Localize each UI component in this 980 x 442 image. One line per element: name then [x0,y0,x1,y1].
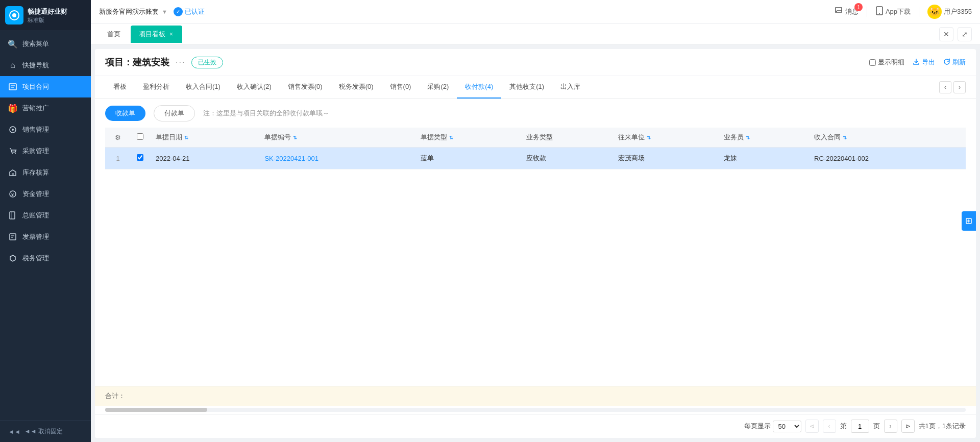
row-number[interactable]: SK-20220421-001 [258,148,414,169]
topbar-divider [867,7,867,17]
th-income-contract[interactable]: 收入合同 ⇅ [808,128,966,148]
table-row[interactable]: 1 2022-04-21 SK-20220421-001 蓝单 应收款 宏茂商场… [105,148,966,169]
content-panel: 项目：建筑安装 ··· 已生效 显示明细 导出 [95,49,976,438]
prev-page-btn[interactable]: ‹ [823,420,836,433]
sidebar-item-inventory[interactable]: 库存核算 [0,162,91,183]
row-type: 蓝单 [414,148,521,169]
svg-rect-13 [11,212,12,219]
tab-close-icon[interactable]: × [168,31,174,38]
document-link[interactable]: SK-20220421-001 [264,155,318,162]
certified-badge: ✓ 已认证 [174,7,205,16]
certified-icon: ✓ [174,7,183,16]
ledger-icon [8,211,17,220]
subnav-receipts[interactable]: 收付款(4) [457,76,501,99]
subnav-in-out[interactable]: 出入库 [552,76,589,99]
th-date[interactable]: 单据日期 ⇅ [150,128,258,148]
sidebar-unpin[interactable]: ◄◄ ◄◄ 取消固定 [0,421,91,442]
first-page-btn[interactable]: ⊲ [805,420,819,433]
sort-icon-salesman: ⇅ [746,135,750,140]
tab-home[interactable]: 首页 [99,26,129,43]
project-more-btn[interactable]: ··· [176,58,185,67]
subnav-income-contract[interactable]: 收入合同(1) [178,76,229,99]
sub-nav-prev[interactable]: ‹ [939,81,951,93]
subnav-income-confirm-label: 收入确认(2) [237,83,272,90]
scrollbar-thumb[interactable] [105,408,207,412]
last-page-btn[interactable]: ⊳ [901,420,915,433]
sidebar-item-quick-nav[interactable]: ⌂ 快捷导航 [0,55,91,76]
search-icon: 🔍 [8,39,17,48]
sidebar-item-label: 搜索菜单 [22,39,49,48]
subnav-sales-invoice[interactable]: 销售发票(0) [280,76,331,99]
subnav-sales[interactable]: 销售(0) [382,76,420,99]
row-income-contract: RC-20220401-002 [808,148,966,169]
project-actions: 显示明细 导出 刷新 [869,58,966,67]
th-checkbox[interactable] [131,128,150,148]
subnav-purchase-label: 采购(2) [427,83,449,90]
sidebar-item-search[interactable]: 🔍 搜索菜单 [0,33,91,55]
th-number[interactable]: 单据编号 ⇅ [258,128,414,148]
sub-nav-next[interactable]: › [953,81,966,93]
export-btn[interactable]: 导出 [913,58,935,67]
subnav-income-confirm[interactable]: 收入确认(2) [229,76,280,99]
select-all-checkbox[interactable] [137,133,143,140]
th-settings[interactable]: ⚙ [105,128,131,148]
user-menu[interactable]: 🐱 用户3355 [927,5,972,19]
th-biz-type: 业务类型 [520,128,611,148]
tab-project-board[interactable]: 项目看板 × [131,26,182,43]
next-page-btn[interactable]: › [884,420,897,433]
subnav-purchase[interactable]: 采购(2) [419,76,457,99]
sidebar-item-marketing[interactable]: 🎁 营销推广 [0,97,91,119]
subnav-other-expense[interactable]: 其他收支(1) [501,76,552,99]
expand-window-btn[interactable]: ⤢ [958,27,972,41]
pagination: 每页显示 50 100 ⊲ ‹ 第 页 › ⊳ 共1页，1条记录 [95,414,976,438]
brand-info: 畅捷通好业财 标准版 [28,7,67,24]
sidebar-item-label: 销售管理 [22,125,49,134]
total-info: 共1页，1条记录 [919,422,966,431]
sidebar-item-sales[interactable]: 销售管理 [0,119,91,140]
filter-bar: 收款单 付款单 注：这里是与项目关联的全部收付款单哦～ [95,99,976,128]
subnav-board[interactable]: 看板 [105,76,135,99]
table-container: ⚙ 单据日期 ⇅ 单据编号 [95,128,976,386]
svg-rect-2 [9,84,16,90]
floating-action-btn[interactable] [962,211,976,231]
row-salesman: 龙妹 [718,148,808,169]
payment-filter-btn[interactable]: 付款单 [154,105,195,121]
th-type[interactable]: 单据类型 ⇅ [414,128,521,148]
horizontal-scrollbar[interactable] [95,406,976,414]
sidebar-item-invoice[interactable]: 发票管理 [0,226,91,248]
settings-icon[interactable]: ⚙ [115,134,121,141]
close-window-btn[interactable]: ✕ [939,27,953,41]
sidebar-item-finance[interactable]: ¥ 资金管理 [0,183,91,205]
subnav-tax-invoice[interactable]: 税务发票(0) [331,76,382,99]
subnav-profit[interactable]: 盈利分析 [135,76,178,99]
show-detail-label: 显示明细 [878,58,904,67]
show-detail-input[interactable] [869,59,876,66]
refresh-btn[interactable]: 刷新 [943,58,966,67]
app-download-label: App下载 [886,7,911,16]
row-checkbox[interactable] [131,148,150,169]
current-page-input[interactable] [851,420,869,433]
receipts-filter-btn[interactable]: 收款单 [105,106,145,121]
topbar: 新服务官网演示账套 ▼ ✓ 已认证 消息 1 App下载 [91,0,980,23]
finance-icon: ¥ [8,189,17,199]
messages-btn[interactable]: 消息 1 [834,6,859,17]
user-label: 用户3355 [944,7,972,16]
th-partner[interactable]: 往来单位 ⇅ [612,128,718,148]
sub-nav-arrows: ‹ › [939,81,966,93]
sidebar-item-project-contract[interactable]: 项目合同 [0,76,91,97]
th-salesman[interactable]: 业务员 ⇅ [718,128,808,148]
row-biz-type: 应收款 [520,148,611,169]
show-detail-checkbox[interactable]: 显示明细 [869,58,904,67]
project-title-prefix: 项目： [105,57,133,67]
row-select-checkbox[interactable] [137,154,143,161]
page-size-select[interactable]: 50 100 [773,421,801,432]
page-size-selector: 每页显示 50 100 [744,421,801,432]
app-download-btn[interactable]: App下载 [875,6,911,17]
close-window-icon: ✕ [943,30,949,38]
table-body: 1 2022-04-21 SK-20220421-001 蓝单 应收款 宏茂商场… [105,148,966,169]
invoice-icon [8,232,17,241]
sidebar-item-ledger[interactable]: 总账管理 [0,205,91,226]
account-selector[interactable]: 新服务官网演示账套 ▼ [99,7,167,16]
sidebar-item-purchase[interactable]: 采购管理 [0,140,91,162]
sidebar-item-tax[interactable]: 税务管理 [0,248,91,269]
